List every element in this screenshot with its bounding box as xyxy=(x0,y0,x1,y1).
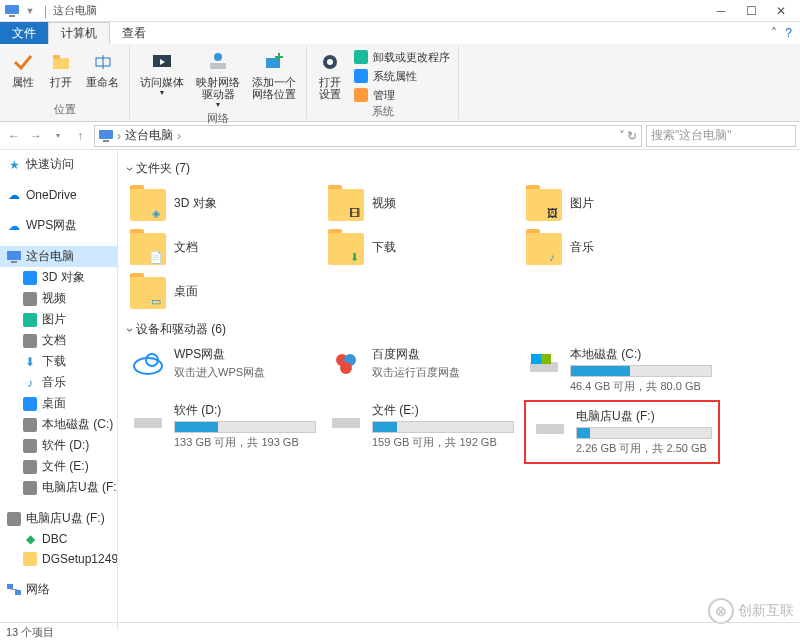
svg-point-26 xyxy=(340,362,352,374)
chevron-down-icon: › xyxy=(123,328,137,332)
open-settings-button[interactable]: 打开 设置 xyxy=(313,48,347,102)
recent-dropdown[interactable]: ▾ xyxy=(48,126,68,146)
up-button[interactable]: ↑ xyxy=(70,126,90,146)
folder-downloads[interactable]: ⬇ 下载 xyxy=(326,227,516,267)
sidebar-item-quick[interactable]: ★快速访问 xyxy=(0,154,117,175)
drive-c[interactable]: 本地磁盘 (C:) 46.4 GB 可用，共 80.0 GB xyxy=(524,344,714,396)
sidebar-item-files[interactable]: 文件 (E:) xyxy=(0,456,117,477)
sidebar-item-usb2[interactable]: 电脑店U盘 (F:) xyxy=(0,508,117,529)
minimize-button[interactable]: ─ xyxy=(706,0,736,22)
film-icon xyxy=(22,291,38,307)
tab-computer[interactable]: 计算机 xyxy=(48,22,110,44)
usb-icon xyxy=(22,480,38,496)
folder-desktop[interactable]: ▭ 桌面 xyxy=(128,271,318,311)
chevron-down-icon[interactable]: ▼ xyxy=(22,3,38,19)
rename-icon xyxy=(91,50,115,74)
sidebar-item-pictures[interactable]: 图片 xyxy=(0,309,117,330)
cloud-icon xyxy=(130,346,166,382)
drive-baidu[interactable]: 百度网盘 双击运行百度网盘 xyxy=(326,344,516,396)
add-netloc-button[interactable]: 添加一个 网络位置 xyxy=(248,48,300,102)
svg-rect-0 xyxy=(5,5,19,14)
drive-d[interactable]: 软件 (D:) 133 GB 可用，共 193 GB xyxy=(128,400,318,464)
logo-icon: ⊗ xyxy=(708,598,734,624)
svg-rect-10 xyxy=(266,58,280,68)
svg-rect-19 xyxy=(7,584,13,589)
baidu-icon xyxy=(328,346,364,382)
chevron-right-icon[interactable]: › xyxy=(177,129,181,143)
manage-button[interactable]: 管理 xyxy=(351,86,452,104)
folder-music[interactable]: ♪ 音乐 xyxy=(524,227,714,267)
map-drive-button[interactable]: 映射网络 驱动器 ▾ xyxy=(192,48,244,111)
chevron-down-icon[interactable]: ˅ xyxy=(619,129,625,143)
film-icon: 🎞 xyxy=(345,206,363,220)
svg-rect-8 xyxy=(210,63,226,69)
sidebar-item-usb1[interactable]: 电脑店U盘 (F:) xyxy=(0,477,117,498)
desktop-icon: ▭ xyxy=(147,294,165,308)
cloud-icon: ☁ xyxy=(6,187,22,203)
ribbon: 属性 打开 重命名 位置 访问媒体 xyxy=(0,44,800,122)
gear-icon xyxy=(318,50,342,74)
quick-access-toolbar: ▼ xyxy=(4,3,38,19)
drive-usage-bar xyxy=(174,421,316,433)
box-icon xyxy=(353,49,369,65)
watermark: ⊗ 创新互联 xyxy=(708,598,794,624)
search-input[interactable]: 搜索"这台电脑" xyxy=(646,125,796,147)
svg-rect-32 xyxy=(536,424,564,434)
sidebar-item-docs[interactable]: 文档 xyxy=(0,330,117,351)
section-folders-header[interactable]: › 文件夹 (7) xyxy=(128,160,790,177)
separator: | xyxy=(44,4,47,18)
refresh-icon[interactable]: ↻ xyxy=(627,129,637,143)
drive-e[interactable]: 文件 (E:) 159 GB 可用，共 192 GB xyxy=(326,400,516,464)
sidebar-item-sw[interactable]: 软件 (D:) xyxy=(0,435,117,456)
section-drives-header[interactable]: › 设备和驱动器 (6) xyxy=(128,321,790,338)
chevron-up-icon[interactable]: ˄ xyxy=(771,26,777,40)
sidebar-item-wps[interactable]: ☁WPS网盘 xyxy=(0,215,117,236)
folder-docs[interactable]: 📄 文档 xyxy=(128,227,318,267)
drives-list: WPS网盘 双击进入WPS网盘 百度网盘 双击运行百度网盘 本地磁盘 (C:) … xyxy=(128,344,790,464)
sidebar-item-thispc[interactable]: 这台电脑 xyxy=(0,246,117,267)
folder-video[interactable]: 🎞 视频 xyxy=(326,183,516,223)
image-icon xyxy=(22,312,38,328)
status-bar: 13 个项目 xyxy=(0,622,800,642)
maximize-button[interactable]: ☐ xyxy=(736,0,766,22)
sidebar-item-video[interactable]: 视频 xyxy=(0,288,117,309)
access-media-button[interactable]: 访问媒体 ▾ xyxy=(136,48,188,99)
breadcrumb-root[interactable]: 这台电脑 xyxy=(125,127,173,144)
sidebar-item-music[interactable]: ♪音乐 xyxy=(0,372,117,393)
properties-button[interactable]: 属性 xyxy=(6,48,40,90)
open-button[interactable]: 打开 xyxy=(44,48,78,90)
folder-pictures[interactable]: 🖼 图片 xyxy=(524,183,714,223)
drive-icon xyxy=(130,402,166,438)
back-button[interactable]: ← xyxy=(4,126,24,146)
tab-file[interactable]: 文件 xyxy=(0,22,48,44)
window-controls: ─ ☐ ✕ xyxy=(706,0,796,22)
help-icon[interactable]: ? xyxy=(785,26,792,40)
sidebar-item-desktop[interactable]: 桌面 xyxy=(0,393,117,414)
sidebar-item-downloads[interactable]: ⬇下载 xyxy=(0,351,117,372)
chevron-down-icon: ▾ xyxy=(216,100,220,109)
folder-3dobj[interactable]: ◈ 3D 对象 xyxy=(128,183,318,223)
svg-rect-2 xyxy=(53,58,69,69)
sidebar-item-dgsetup[interactable]: DGSetup1249E xyxy=(0,549,117,569)
content-pane: › 文件夹 (7) ◈ 3D 对象 🎞 视频 🖼 图片 📄 文档 ⬇ 下载 xyxy=(118,150,800,630)
svg-rect-12 xyxy=(275,56,283,58)
sidebar-item-3dobj[interactable]: 3D 对象 xyxy=(0,267,117,288)
ribbon-help: ˄ ? xyxy=(763,22,800,44)
drive-wps[interactable]: WPS网盘 双击进入WPS网盘 xyxy=(128,344,318,396)
sysprops-button[interactable]: 系统属性 xyxy=(351,67,452,85)
close-button[interactable]: ✕ xyxy=(766,0,796,22)
uninstall-button[interactable]: 卸载或更改程序 xyxy=(351,48,452,66)
chevron-right-icon[interactable]: › xyxy=(117,129,121,143)
sidebar-item-localc[interactable]: 本地磁盘 (C:) xyxy=(0,414,117,435)
sidebar-item-onedrive[interactable]: ☁OneDrive xyxy=(0,185,117,205)
rename-button[interactable]: 重命名 xyxy=(82,48,123,90)
cube-icon xyxy=(22,270,38,286)
download-icon: ⬇ xyxy=(345,250,363,264)
sidebar-item-dbc[interactable]: ◆DBC xyxy=(0,529,117,549)
address-bar[interactable]: › 这台电脑 › ˅ ↻ xyxy=(94,125,642,147)
drive-f-highlighted[interactable]: 电脑店U盘 (F:) 2.26 GB 可用，共 2.50 GB xyxy=(524,400,720,464)
tab-view[interactable]: 查看 xyxy=(110,22,158,44)
forward-button[interactable]: → xyxy=(26,126,46,146)
svg-line-21 xyxy=(10,589,18,590)
sidebar-item-network[interactable]: 网络 xyxy=(0,579,117,600)
